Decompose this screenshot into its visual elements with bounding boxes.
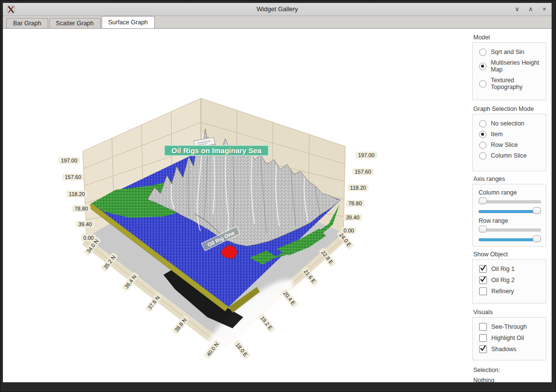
row-range-max-slider[interactable] [479,235,541,243]
tab-scatter-graph[interactable]: Scatter Graph [49,18,101,28]
y-axis-tick-left: 197.00 [58,157,80,164]
selection-mode-group: No selection Item Row Slice Column Slice [472,114,546,171]
slider-track[interactable] [479,210,541,213]
surface-plot[interactable]: Oil Rig One Oil Rigs on Imaginary Sea Oi… [4,29,469,382]
y-axis-tick-left: 39.40 [76,221,94,228]
column-range-label: Column range [479,189,546,196]
column-range-min-slider[interactable] [479,197,541,205]
slider-handle[interactable] [479,226,487,232]
checkbox-checked-icon [479,276,487,284]
show-object-group: Oil Rig 1 Oil Rig 2 Refinery [472,259,546,303]
slider-handle[interactable] [533,235,541,242]
checkbox-highlight-oil[interactable]: Highlight Oil [479,334,546,342]
radio-column-slice[interactable]: Column Slice [479,152,546,160]
axis-ranges-group-title: Axis ranges [473,176,505,182]
y-axis-tick-right: 118.20 [348,184,369,191]
y-axis-tick-left: 118.20 [67,191,88,197]
tab-content: Oil Rig One Oil Rigs on Imaginary Sea Oi… [3,28,552,382]
visuals-group: See-Through Highlight Oil Shadows [472,317,546,360]
window-title: Widget Gallery [3,5,552,13]
control-panel: Model Sqrt and Sin Multiseries Height Ma… [470,29,552,382]
selection-status-label: Selection: [473,367,500,374]
window-frame: Widget Gallery ∨ ∧ × Bar Graph Scatter G… [0,0,556,392]
slider-handle[interactable] [533,207,541,214]
radio-sqrt-and-sin[interactable]: Sqrt and Sin [479,49,546,56]
radio-icon [479,142,486,149]
y-axis-tick-left: 78.80 [72,205,90,212]
title-bar[interactable]: Widget Gallery ∨ ∧ × [3,3,552,16]
slider-handle[interactable] [479,197,487,204]
checkbox-icon [479,334,487,342]
minimize-button[interactable]: ∨ [513,4,521,14]
slider-track[interactable] [479,229,541,232]
close-button[interactable]: × [540,4,549,14]
radio-icon [479,80,486,88]
radio-row-slice[interactable]: Row Slice [479,142,546,149]
slider-track[interactable] [479,238,541,241]
radio-selected-icon [479,63,486,70]
app-window: Widget Gallery ∨ ∧ × Bar Graph Scatter G… [3,3,552,382]
tab-bar-graph[interactable]: Bar Graph [6,18,48,28]
checkbox-oil-rig-2[interactable]: Oil Rig 2 [479,276,546,284]
selection-mode-group-title: Graph Selection Mode [473,106,534,112]
checkbox-refinery[interactable]: Refinery [479,287,546,295]
chart-title: Oil Rigs on Imaginary Sea [171,146,262,155]
y-axis-tick-right: 78.80 [346,200,364,207]
tab-surface-graph[interactable]: Surface Graph [102,16,155,28]
radio-icon [479,49,486,56]
y-axis-tick-right: 197.00 [356,152,377,159]
checkbox-checked-icon [479,265,487,273]
y-axis-tick-right: 39.40 [343,214,362,221]
show-object-group-title: Show Object [473,251,508,258]
axis-ranges-group: Column range Row range [472,184,546,247]
radio-item[interactable]: Item [479,131,546,138]
radio-icon [479,120,486,127]
checkbox-checked-icon [479,345,487,353]
radio-no-selection[interactable]: No selection [479,120,546,127]
checkbox-shadows[interactable]: Shadows [479,345,546,353]
row-range-min-slider[interactable] [479,226,541,233]
checkbox-see-through[interactable]: See-Through [479,323,546,331]
visuals-group-title: Visuals [473,309,493,316]
maximize-button[interactable]: ∧ [526,4,535,14]
radio-multiseries-height-map[interactable]: Multiseries Height Map [479,59,546,73]
checkbox-icon [479,323,487,331]
checkbox-oil-rig-1[interactable]: Oil Rig 1 [479,265,546,273]
row-range-label: Row range [479,217,546,224]
y-axis-tick-right: 157.60 [352,168,374,175]
column-range-max-slider[interactable] [479,207,541,215]
tab-bar: Bar Graph Scatter Graph Surface Graph [3,16,552,28]
model-group: Sqrt and Sin Multiseries Height Map Text… [472,42,546,100]
radio-icon [479,152,486,160]
y-axis-tick-left: 157.60 [62,174,84,180]
chart-title-banner: Oil Rigs on Imaginary Sea Oil Rigs on Im… [164,145,269,156]
slider-track[interactable] [479,200,541,203]
selection-status-value: Nothing [473,377,494,384]
radio-textured-topography[interactable]: Textured Topography [479,77,546,91]
model-group-title: Model [473,34,490,41]
checkbox-icon [479,287,487,295]
radio-selected-icon [479,131,486,138]
